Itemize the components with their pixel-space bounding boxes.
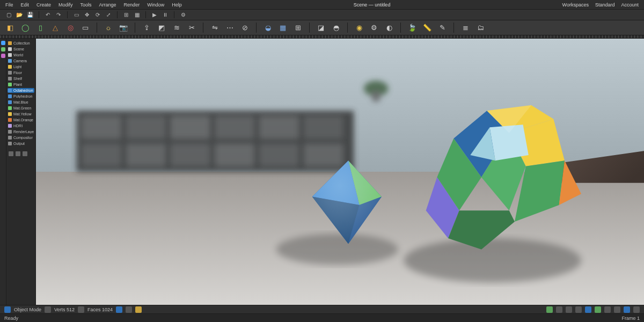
rail-tab-3[interactable] [1,54,5,58]
select-icon[interactable]: ▭ [72,11,80,19]
svg-rect-8 [260,116,298,138]
material-icon[interactable]: ◒ [262,22,274,34]
outliner-item[interactable]: Output [8,141,34,146]
boolean-icon[interactable]: ⊘ [239,22,251,34]
layout-preset[interactable]: Standard [595,2,615,8]
outliner-item[interactable]: Collection [8,41,34,46]
leaf-icon[interactable]: 🍃 [406,22,418,34]
rail-tab-2[interactable] [1,47,5,52]
outliner-item[interactable]: HDRI [8,123,34,128]
status-icon[interactable] [45,306,51,313]
outliner-item[interactable]: Mat.Orange [8,118,34,122]
save-icon[interactable]: 💾 [26,11,34,19]
menu-modify[interactable]: Modify [58,2,73,8]
viewport-shading-icon[interactable]: ◐ [383,22,395,34]
status-tray-icon[interactable] [585,306,591,313]
status-tray-icon[interactable] [575,306,582,313]
redo-icon[interactable]: ↷ [54,11,63,19]
snap-icon[interactable]: ⊞ [122,11,130,19]
outliner-item[interactable]: Camera [8,58,34,63]
shade-flat-icon[interactable]: ◪ [315,22,327,34]
status-icon[interactable] [135,306,142,313]
status-tray-icon[interactable] [566,306,572,313]
outliner-label: Mat.Green [13,106,31,110]
search-icon[interactable] [23,151,27,156]
menu-render[interactable]: Render [124,2,140,8]
status-tray-icon[interactable] [633,306,640,313]
light-icon[interactable]: ☼ [103,22,114,34]
outliner-item[interactable]: Shelf [8,76,34,81]
outliner-item[interactable]: Light [8,64,34,69]
array-icon[interactable]: ⋯ [224,22,236,34]
status-mode-icon[interactable] [4,306,11,313]
undo-icon[interactable]: ↶ [43,11,52,19]
rotate-icon[interactable]: ⟳ [93,11,102,19]
menu-window[interactable]: Window [147,2,164,8]
move-icon[interactable]: ✥ [83,11,91,19]
outliner-item[interactable]: Plant [8,82,34,87]
outliner-item[interactable]: Polyhedron [8,94,34,99]
extrude-icon[interactable]: ⇪ [141,22,152,34]
outliner-item[interactable]: Octahedron [8,88,34,93]
status-tray-icon[interactable] [614,306,620,313]
status-tray-icon[interactable] [595,306,601,313]
layers-icon[interactable]: ≣ [459,22,471,34]
bridge-icon[interactable]: ≋ [171,22,182,34]
outliner-label: HDRI [13,124,23,128]
status-icon[interactable] [78,306,84,313]
menu-create[interactable]: Create [36,2,51,8]
outliner-item[interactable]: Mat.Blue [8,100,34,105]
menu-arrange[interactable]: Arrange [99,2,116,8]
new-collection-icon[interactable] [16,151,20,156]
torus-icon[interactable]: ◎ [64,22,76,34]
viewport-3d[interactable] [36,39,644,305]
separator [203,23,203,33]
account-menu[interactable]: Account [621,2,639,8]
shade-smooth-icon[interactable]: ◓ [330,22,342,34]
outliner-item[interactable]: World [8,53,34,57]
status-tray-icon[interactable] [624,306,630,313]
measure-icon[interactable]: 📏 [421,22,433,34]
outliner-item[interactable]: Compositor [8,135,34,140]
status-tray-icon[interactable] [556,306,562,313]
outliner-item[interactable]: Scene [8,47,34,52]
mirror-icon[interactable]: ⇋ [209,22,221,34]
render-icon[interactable]: ◉ [353,22,365,34]
outliner-item[interactable]: RenderLayers [8,129,34,134]
plane-icon[interactable]: ▭ [79,22,91,34]
menu-help[interactable]: Help [172,2,182,8]
open-icon[interactable]: 📂 [15,11,24,19]
new-icon[interactable]: ▢ [4,11,13,19]
workspace-switcher[interactable]: Workspaces [562,2,589,8]
sphere-icon[interactable]: ◯ [19,22,31,34]
uv-icon[interactable]: ⊞ [292,22,304,34]
annotate-icon[interactable]: ✎ [436,22,448,34]
cone-icon[interactable]: △ [49,22,61,34]
status-tray-icon[interactable] [604,306,611,313]
scale-icon[interactable]: ⤢ [104,11,113,19]
status-tray-icon[interactable] [546,306,553,313]
menu-tools[interactable]: Tools [80,2,92,8]
outliner-item[interactable]: Mat.Yellow [8,112,34,116]
knife-icon[interactable]: ✂ [186,22,197,34]
cube-icon[interactable]: ◧ [4,22,16,34]
status-icon[interactable] [126,306,132,313]
outliner-item[interactable]: Mat.Green [8,106,34,111]
bevel-icon[interactable]: ◩ [156,22,167,34]
render-icon: ◉ [356,24,362,31]
pause-icon[interactable]: ⏸ [161,11,170,19]
outliner-item[interactable]: Floor [8,70,34,75]
status-icon[interactable] [116,306,122,313]
rail-tab-1[interactable] [1,41,5,45]
texture-icon[interactable]: ▦ [277,22,289,34]
render-settings-icon[interactable]: ⚙ [368,22,380,34]
filter-icon[interactable] [9,151,13,156]
play-icon[interactable]: ▶ [150,11,159,19]
cylinder-icon[interactable]: ▯ [34,22,46,34]
menu-file[interactable]: File [5,2,13,8]
grid-icon[interactable]: ▦ [133,11,141,19]
settings-icon[interactable]: ⚙ [179,11,187,19]
camera-icon[interactable]: 📷 [118,22,129,34]
scene-icon[interactable]: 🗂 [474,22,486,34]
menu-edit[interactable]: Edit [21,2,30,8]
